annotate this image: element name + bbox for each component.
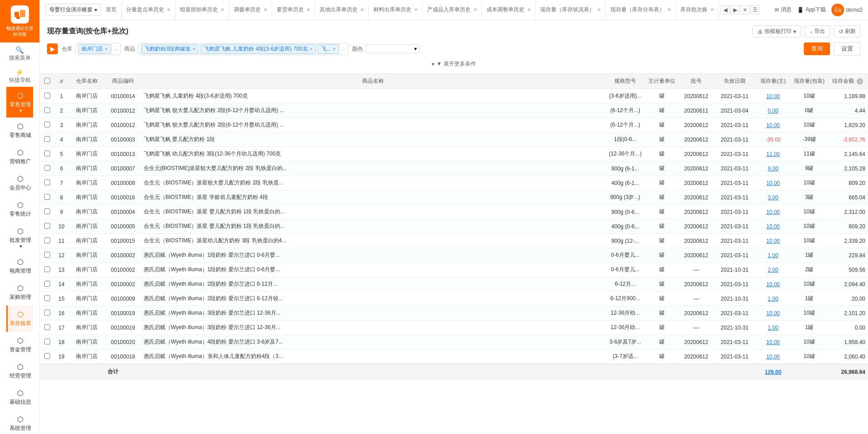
tab-mix-history[interactable]: 调拨单历史✕ <box>229 0 272 19</box>
store-selector[interactable]: 母婴行业演示账套 ▾ <box>45 4 101 16</box>
tab-close-current-qty-dist[interactable]: ✕ <box>667 7 671 12</box>
warehouse-more-dots[interactable]: ... <box>113 46 118 52</box>
row-qty-main[interactable]: 10.00 <box>755 176 791 190</box>
product-more-dots[interactable]: ... <box>341 46 345 52</box>
row-checkbox[interactable] <box>40 234 54 248</box>
tab-close-need-history[interactable]: ✕ <box>307 7 310 12</box>
row-qty-main[interactable]: 10.00 <box>755 205 791 219</box>
row-qty-main[interactable]: 10.00 <box>755 349 791 364</box>
balance-info-icon[interactable]: i <box>857 78 863 85</box>
expand-more-conditions-btn[interactable]: ▾ ▼ 展开更多条件 <box>428 58 479 70</box>
row-checkbox[interactable] <box>40 306 54 321</box>
row-qty-main[interactable]: 2.00 <box>755 263 791 277</box>
sidebar-quick-nav[interactable]: ⚡ 快捷导航 <box>0 66 39 87</box>
color-filter-container[interactable]: ▾ <box>366 44 420 53</box>
row-checkbox[interactable] <box>40 176 54 190</box>
user-menu[interactable]: Ea demo2 <box>831 4 863 16</box>
sidebar-item-inventory[interactable]: ⬡库存核算 <box>6 306 33 332</box>
row-checkbox[interactable] <box>40 89 54 104</box>
sidebar-item-system[interactable]: ⬡系统管理 <box>6 410 33 434</box>
row-qty-main[interactable]: 10.00 <box>755 234 791 248</box>
tab-close-batch-account[interactable]: ✕ <box>710 7 714 12</box>
tab-close-split-history[interactable]: ✕ <box>167 7 170 12</box>
row-qty-main[interactable]: 1.00 <box>755 292 791 306</box>
row-qty-main[interactable]: 10.00 <box>755 335 791 349</box>
sidebar-item-ecommerce[interactable]: ⬡电商管理 <box>6 253 33 279</box>
query-btn[interactable]: 查询 <box>804 42 830 55</box>
tab-material-out-history[interactable]: 材料出库单历史✕ <box>369 0 423 19</box>
tab-close-dismantle-history[interactable]: ✕ <box>221 7 224 12</box>
sidebar-item-member[interactable]: ⬡会员中心 <box>6 170 33 196</box>
row-checkbox[interactable] <box>40 190 54 205</box>
tab-close-other-out-history[interactable]: ✕ <box>360 7 364 12</box>
row-checkbox[interactable] <box>40 349 54 364</box>
product-tag-container[interactable]: 飞鹤奶粉3段两罐装 ✕ 飞鹤星飞帆 儿童奶粉 4段(3-6岁适用) 700克 ✕… <box>138 43 349 55</box>
tab-current-qty-status[interactable]: 现存量（库存状况表）✕ <box>536 0 606 19</box>
row-checkbox[interactable] <box>40 277 54 292</box>
warehouse-tag-container[interactable]: 南岸门店 ✕ ... <box>75 43 121 55</box>
tab-close-material-out-history[interactable]: ✕ <box>414 7 418 12</box>
sidebar-item-basics[interactable]: ⬡基础信息 <box>6 384 33 410</box>
tab-need-history[interactable]: 要货单历史✕ <box>272 0 315 19</box>
sidebar-item-marketing[interactable]: ⬡营销推广 <box>6 144 33 170</box>
row-qty-main[interactable]: 9.00 <box>755 161 791 176</box>
sidebar-logo[interactable]: 畅捷通好生意 标准版 <box>0 0 39 42</box>
refresh-btn[interactable]: ↺ 刷新 <box>834 25 861 38</box>
row-checkbox[interactable] <box>40 219 54 234</box>
row-checkbox[interactable] <box>40 104 54 118</box>
tab-home[interactable]: 首页 <box>101 0 122 19</box>
sidebar-item-wholesale[interactable]: ⬡批发管理▼ <box>6 222 33 253</box>
sidebar-item-retail-stats[interactable]: ⬡零售统计 <box>6 196 33 222</box>
message-btn[interactable]: ✉ 消息 <box>774 6 792 14</box>
row-qty-main[interactable]: 10.00 <box>755 89 791 104</box>
product-tag-3-remove[interactable]: ✕ <box>332 47 336 52</box>
filter-expand-btn[interactable]: ▶ <box>47 43 58 54</box>
tab-close-cost-adjust-history[interactable]: ✕ <box>527 7 531 12</box>
sidebar-item-finance[interactable]: ⬡资金管理 <box>6 332 33 358</box>
row-checkbox[interactable] <box>40 161 54 176</box>
row-qty-main[interactable]: 10.00 <box>755 306 791 321</box>
row-checkbox[interactable] <box>40 147 54 161</box>
product-tag-1-remove[interactable]: ✕ <box>192 47 196 52</box>
row-qty-main[interactable]: 3.00 <box>755 190 791 205</box>
tab-other-out-history[interactable]: 其他出库单历史✕ <box>315 0 369 19</box>
row-qty-main[interactable]: 10.00 <box>755 118 791 132</box>
row-qty-main[interactable]: 0.00 <box>755 104 791 118</box>
export-btn[interactable]: ↓ 导出 <box>805 25 830 38</box>
row-checkbox[interactable] <box>40 132 54 147</box>
tab-batch-account[interactable]: 库存批次账✕ <box>676 0 719 19</box>
settings-btn[interactable]: 设置 <box>834 42 861 56</box>
sidebar-item-retail-shop[interactable]: ⬡零售商城 <box>6 118 33 144</box>
row-qty-main[interactable]: 10.00 <box>755 219 791 234</box>
row-qty-main[interactable]: 1.00 <box>755 321 791 335</box>
sidebar-search[interactable]: 🔍 搜索菜单 <box>0 42 39 66</box>
tab-split-history[interactable]: 分量盘点单历史✕ <box>122 0 175 19</box>
tab-close-current-qty-status[interactable]: ✕ <box>597 7 601 12</box>
row-checkbox[interactable] <box>40 248 54 263</box>
tab-dismantle-history[interactable]: 组装拆卸单历史✕ <box>175 0 229 19</box>
row-qty-main[interactable]: 10.00 <box>755 277 791 292</box>
tab-cost-adjust-history[interactable]: 成本调整单历史✕ <box>482 0 536 19</box>
select-all-checkbox[interactable] <box>44 78 50 84</box>
nav-prev-btn[interactable]: ◀ <box>721 5 730 14</box>
nav-next-btn[interactable]: ▶ <box>731 5 740 14</box>
row-checkbox[interactable] <box>40 335 54 349</box>
sidebar-item-purchase[interactable]: ⬡采购管理 <box>6 279 33 306</box>
nav-menu-btn[interactable]: ☰ <box>750 5 760 14</box>
nav-close-btn[interactable]: ✕ <box>741 5 750 14</box>
row-checkbox[interactable] <box>40 118 54 132</box>
tab-product-in-history[interactable]: 产成品入库单历史✕ <box>423 0 482 19</box>
sidebar-item-operations[interactable]: ⬡经营管理 <box>6 358 33 384</box>
row-checkbox[interactable] <box>40 292 54 306</box>
product-tag-2-remove[interactable]: ✕ <box>309 47 313 52</box>
sidebar-item-retail-mgmt[interactable]: ⬡零售管理▼ <box>6 87 33 118</box>
warehouse-tag-remove[interactable]: ✕ <box>104 47 108 52</box>
tab-current-qty-dist[interactable]: 现存量（库存分布表）✕ <box>606 0 676 19</box>
row-checkbox[interactable] <box>40 205 54 219</box>
app-download-btn[interactable]: 📱 App下载 <box>797 6 826 14</box>
tab-close-mix-history[interactable]: ✕ <box>264 7 267 12</box>
row-qty-main[interactable]: 1.00 <box>755 248 791 263</box>
row-qty-main[interactable]: 11.00 <box>755 147 791 161</box>
row-checkbox[interactable] <box>40 321 54 335</box>
template-print-btn[interactable]: 🖨 按模板打印 ▾ <box>752 25 801 38</box>
